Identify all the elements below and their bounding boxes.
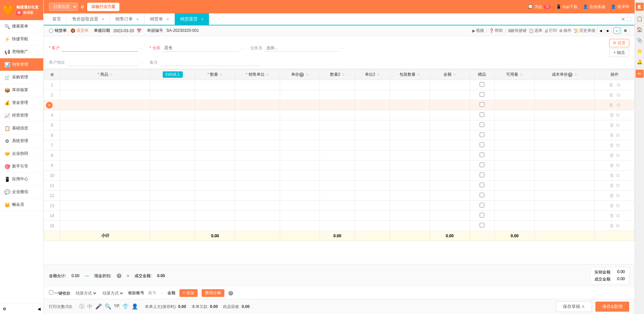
sidebar-item-search[interactable]: 🔍 搜索菜单 bbox=[0, 20, 43, 33]
amount-cell[interactable] bbox=[430, 80, 470, 90]
app-download-btn[interactable]: 📱 App下载 bbox=[556, 4, 578, 10]
one-click-payment-input[interactable] bbox=[49, 290, 53, 295]
package-qty-cell[interactable] bbox=[390, 90, 430, 100]
right-panel-icon-3[interactable]: 🏠 bbox=[637, 27, 642, 32]
available-cell[interactable] bbox=[495, 90, 535, 100]
online-service-btn[interactable]: 👤 在线客服 bbox=[583, 4, 605, 10]
customer-dots[interactable]: ··· bbox=[140, 46, 143, 50]
remark-input[interactable] bbox=[160, 59, 260, 66]
one-click-payment-checkbox[interactable]: 一键收款 bbox=[49, 290, 70, 296]
sidebar-item-basic-info[interactable]: 📋 基础信息 bbox=[0, 122, 43, 135]
sidebar-item-enterprise-wechat[interactable]: 💬 企业微信 bbox=[0, 186, 43, 198]
new-price-cell[interactable] bbox=[280, 100, 320, 110]
add-payment-btn[interactable]: + 添加 bbox=[179, 289, 198, 297]
copy-row-icon[interactable]: ⧉ bbox=[616, 163, 620, 168]
save-new-button[interactable]: 保存&新增 bbox=[595, 302, 629, 312]
quantity2-cell[interactable] bbox=[320, 90, 355, 100]
delete-row-icon[interactable]: 🗑 bbox=[609, 142, 614, 148]
delete-row-icon[interactable]: 🗑 bbox=[609, 193, 614, 198]
prev-arrow[interactable]: ◀ bbox=[597, 28, 604, 34]
new-amount-cell[interactable] bbox=[430, 100, 470, 110]
sidebar-item-new-guide[interactable]: 🎯 新手引导 bbox=[0, 160, 43, 173]
radio-sales-delivery[interactable]: 销货单 bbox=[49, 28, 67, 34]
delete-row-icon[interactable]: 🗑 bbox=[609, 92, 613, 98]
new-qty2-cell[interactable] bbox=[320, 100, 355, 110]
tab-close-icon[interactable]: ✕ bbox=[201, 17, 204, 21]
sidebar-item-enterprise[interactable]: 🤝 企业协同 bbox=[0, 147, 43, 160]
gift-checkbox[interactable] bbox=[480, 92, 484, 97]
history-btn[interactable]: 📜 历史单据 bbox=[574, 28, 595, 34]
video-help-btn[interactable]: ▶ 视频 bbox=[472, 28, 484, 34]
gift-checkbox[interactable] bbox=[480, 203, 484, 207]
sort-icon[interactable]: ⇅ bbox=[453, 73, 456, 76]
settings-button[interactable]: ⚙ 设置 bbox=[609, 39, 629, 47]
mic-icon[interactable]: 🎤 bbox=[95, 303, 102, 310]
salesperson-dots[interactable]: ··· bbox=[341, 46, 344, 50]
sort-icon[interactable]: ⇅ bbox=[575, 73, 577, 76]
calendar-icon[interactable]: 📅 bbox=[137, 28, 142, 33]
radio-input-sales[interactable] bbox=[49, 28, 53, 33]
sort-icon[interactable]: ⇅ bbox=[266, 73, 269, 76]
sidebar-item-operations[interactable]: 📈 经营管理 bbox=[0, 109, 43, 122]
search-bottom-icon[interactable]: 🔍 bbox=[105, 303, 111, 310]
trial-button[interactable]: 体验行业方案 bbox=[87, 3, 119, 11]
settings-icon[interactable]: ⚙ bbox=[3, 307, 6, 311]
tab-close-icon[interactable]: ✕ bbox=[136, 17, 139, 21]
shirt-icon[interactable]: 👕 bbox=[122, 303, 129, 310]
gift-checkbox[interactable] bbox=[480, 142, 484, 147]
sidebar-item-inventory[interactable]: 📦 库存核算 bbox=[0, 84, 43, 97]
map-icon[interactable]: 🗺 bbox=[114, 303, 119, 310]
cost-price-cell[interactable] bbox=[535, 90, 595, 100]
cn-icon[interactable]: 中 bbox=[87, 303, 93, 310]
copy-row-icon[interactable]: ⧉ bbox=[616, 112, 620, 118]
select-btn[interactable]: 📋 选单 bbox=[529, 28, 542, 34]
right-panel-icon-2[interactable]: 📋 bbox=[637, 16, 642, 21]
sidebar-item-quick-nav[interactable]: ⚡ 快捷导航 bbox=[0, 33, 43, 46]
add-row-button[interactable]: + bbox=[46, 102, 53, 109]
sort-icon[interactable]: ⇅ bbox=[520, 73, 523, 76]
sort-icon[interactable]: ⇅ bbox=[377, 73, 380, 76]
copy-row-icon[interactable]: ⧉ bbox=[616, 122, 620, 128]
copy-row-icon[interactable]: ⧉ bbox=[616, 213, 620, 218]
industry-dropdown[interactable]: 日用百货 bbox=[49, 3, 78, 11]
gift-checkbox[interactable] bbox=[480, 82, 484, 87]
save-draft-button[interactable]: 保存草稿 ∧ bbox=[556, 301, 592, 312]
print-btn[interactable]: 🖨 打印 bbox=[544, 28, 557, 34]
tab-price-settings[interactable]: 售价提取设置 ✕ bbox=[67, 13, 110, 25]
user-avatar[interactable]: 👤 徐泽华 bbox=[611, 4, 629, 10]
copy-row-icon[interactable]: ⧉ bbox=[617, 102, 620, 108]
delete-row-icon[interactable]: 🗑 bbox=[609, 223, 614, 228]
product-cell[interactable] bbox=[60, 90, 150, 100]
tab-close-icon[interactable]: ✕ bbox=[166, 17, 169, 21]
new-product-cell[interactable] bbox=[60, 100, 150, 110]
table-view-btn[interactable]: ≡ bbox=[613, 27, 620, 34]
address-dots[interactable]: ··· bbox=[140, 61, 143, 64]
cost-price-info-icon[interactable]: ? bbox=[568, 72, 573, 77]
operation-btn[interactable]: ⚙ 操作 bbox=[559, 28, 572, 34]
delete-row-icon[interactable]: 🗑 bbox=[609, 163, 614, 168]
copy-row-icon[interactable]: ⧉ bbox=[616, 173, 620, 178]
account-dots[interactable]: ··· bbox=[160, 291, 163, 295]
gift-checkbox[interactable] bbox=[480, 193, 484, 197]
copy-row-icon[interactable]: ⧉ bbox=[616, 203, 620, 208]
gift-checkbox[interactable] bbox=[480, 152, 484, 157]
sidebar-item-system[interactable]: ⚙ 系统管理 bbox=[0, 135, 43, 147]
new-unit2-cell[interactable] bbox=[355, 100, 390, 110]
quantity-cell[interactable] bbox=[195, 80, 235, 90]
customer-input[interactable] bbox=[62, 45, 138, 52]
copy-row-icon[interactable]: ⧉ bbox=[617, 92, 620, 98]
new-quantity-cell[interactable] bbox=[195, 100, 235, 110]
s-icon[interactable]: Ⓢ bbox=[79, 303, 85, 310]
cash-discount-info-icon[interactable]: ? bbox=[117, 273, 121, 278]
sidebar-item-purchase[interactable]: 🛒 采购管理 bbox=[0, 71, 43, 84]
copy-row-icon[interactable]: ⧉ bbox=[616, 152, 620, 158]
tab-sales-order[interactable]: 销售订单 ✕ bbox=[110, 13, 145, 25]
right-panel-icon-7[interactable]: ✏ bbox=[636, 70, 644, 78]
tab-sales-return[interactable]: 销货退货 ✕ bbox=[175, 13, 209, 25]
copy-row-icon[interactable]: ⧉ bbox=[616, 223, 620, 228]
delete-row-icon[interactable]: 🗑 bbox=[609, 122, 614, 128]
copy-row-icon[interactable]: ⧉ bbox=[616, 183, 620, 188]
tab-sales-delivery[interactable]: 销货单 ✕ bbox=[145, 13, 175, 25]
notification-btn[interactable]: 💬 消息 70 bbox=[528, 4, 551, 10]
delete-row-icon[interactable]: 🗑 bbox=[609, 102, 613, 108]
